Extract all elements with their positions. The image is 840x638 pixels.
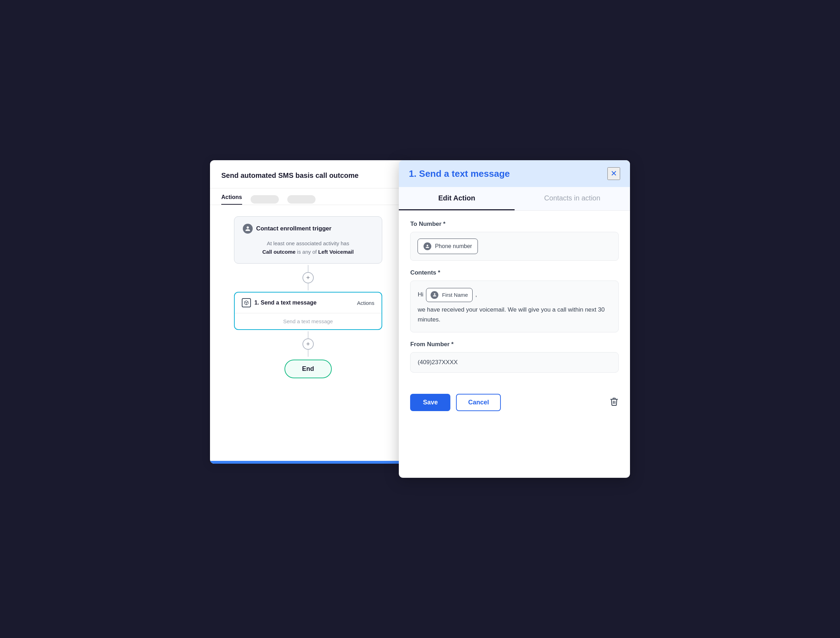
contents-body: we have received your voicemail. We will… — [417, 305, 611, 325]
phone-number-token[interactable]: Phone number — [417, 238, 478, 254]
person-token-icon — [423, 242, 431, 250]
contents-field[interactable]: Hi First Name , we have received your vo… — [410, 281, 619, 332]
trigger-desc-prefix: At least one associated activity has — [267, 240, 349, 246]
save-button[interactable]: Save — [410, 394, 450, 411]
person-icon — [243, 224, 253, 234]
contents-hi: Hi — [417, 290, 423, 300]
workflow-area: Contact enrollment trigger At least one … — [210, 205, 406, 390]
to-number-wrapper[interactable]: Phone number — [410, 232, 619, 261]
add-step-button-1[interactable]: + — [303, 272, 314, 283]
contents-comma: , — [475, 290, 477, 300]
contents-section: Contents * Hi First Name , — [410, 269, 619, 332]
modal-footer: Save Cancel — [399, 394, 630, 421]
cancel-button[interactable]: Cancel — [456, 394, 501, 411]
contents-label: Contents * — [410, 269, 619, 276]
from-number-section: From Number * (409)237XXXX — [410, 341, 619, 373]
to-number-section: To Number * Phone number — [410, 221, 619, 261]
connector-2: + — [303, 332, 314, 357]
workflow-title: Send automated SMS basis call outcome — [221, 172, 395, 180]
left-panel-tabs: Actions — [210, 188, 406, 205]
from-number-label: From Number * — [410, 341, 619, 348]
trigger-card: Contact enrollment trigger At least one … — [234, 216, 382, 264]
tab-actions[interactable]: Actions — [221, 194, 242, 205]
person-firstname-icon — [431, 291, 438, 299]
modal-body: To Number * Phone number Contents * — [399, 211, 630, 394]
left-panel-footer — [210, 461, 406, 464]
trigger-title: Contact enrollment trigger — [256, 225, 332, 232]
left-panel: Send automated SMS basis call outcome Ac… — [210, 160, 406, 464]
trigger-desc-mid: is any of — [297, 249, 317, 255]
connector-line-1 — [308, 265, 308, 272]
trigger-desc-bold1: Call outcome — [262, 249, 295, 255]
tab-pill-2 — [287, 195, 316, 204]
tab-pill-1 — [251, 195, 279, 204]
first-name-token-label: First Name — [442, 291, 467, 300]
modal-title: 1. Send a text message — [409, 168, 510, 179]
action-card-title: 1. Send a text message — [254, 300, 354, 306]
edit-action-modal: 1. Send a text message ✕ Edit Action Con… — [399, 160, 630, 478]
action-card-body: Send a text message — [235, 313, 382, 329]
modal-tabs: Edit Action Contacts in action — [399, 187, 630, 211]
close-button[interactable]: ✕ — [608, 167, 620, 180]
phone-number-token-label: Phone number — [435, 243, 472, 250]
trigger-description: At least one associated activity has Cal… — [243, 239, 373, 256]
trigger-header: Contact enrollment trigger — [243, 224, 373, 234]
connector-line-3 — [308, 332, 308, 338]
first-name-token[interactable]: First Name — [426, 288, 472, 302]
to-number-label: To Number * — [410, 221, 619, 227]
action-card-header: 1. Send a text message Actions — [235, 292, 382, 313]
contents-line1: Hi First Name , — [417, 288, 611, 302]
connector-line-2 — [308, 283, 308, 291]
tab-contacts-in-action[interactable]: Contacts in action — [515, 187, 630, 210]
add-step-button-2[interactable]: + — [303, 338, 314, 350]
from-number-input[interactable]: (409)237XXXX — [410, 352, 619, 373]
tab-edit-action[interactable]: Edit Action — [399, 187, 514, 210]
delete-button[interactable] — [609, 397, 619, 408]
trigger-desc-bold2: Left Voicemail — [318, 249, 354, 255]
connector-1: + — [303, 265, 314, 291]
left-panel-header: Send automated SMS basis call outcome — [210, 160, 406, 188]
connector-line-4 — [308, 350, 308, 357]
cube-icon — [242, 298, 251, 307]
modal-header: 1. Send a text message ✕ — [399, 160, 630, 187]
action-card[interactable]: 1. Send a text message Actions Send a te… — [234, 292, 382, 330]
action-card-actions-link[interactable]: Actions — [357, 300, 374, 306]
end-node: End — [284, 360, 332, 378]
